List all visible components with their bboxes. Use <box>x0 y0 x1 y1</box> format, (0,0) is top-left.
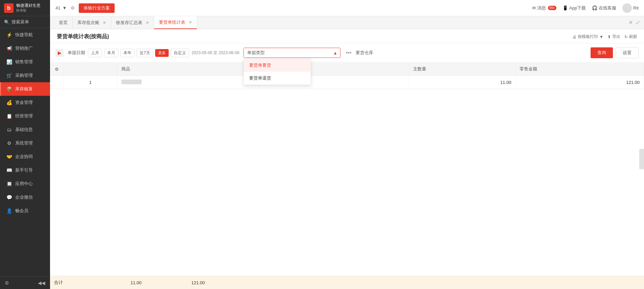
sidebar-item-finance[interactable]: 💰 资金管理 <box>0 96 50 109</box>
sidebar-item-system[interactable]: ⚙ 系统管理 <box>0 136 50 150</box>
main-area: 41 ▼ ⚙ 体验行业方案 ✉ 消息 99+ 📱 App下载 🎧 在线客服 R <box>50 0 644 289</box>
industry-btn[interactable]: 体验行业方案 <box>79 3 115 13</box>
type-filter-input[interactable] <box>268 49 330 57</box>
user-name: Rit <box>633 5 639 10</box>
type-filter-group: 单据类型 ▲ 要货单要货 要货单退货 <box>243 48 340 58</box>
sidebar-settings-icon[interactable]: ⚙ <box>5 280 9 286</box>
dropdown-item-order-return[interactable]: 要货单退货 <box>244 72 311 85</box>
right-scroll-handle[interactable] <box>639 149 644 169</box>
sidebar-footer: ⚙ ◀◀ <box>0 276 50 289</box>
tab-inventory-batch[interactable]: 库存批次账 ✕ <box>73 16 111 29</box>
date-btn-custom[interactable]: 自定义 <box>171 49 189 57</box>
sidebar-item-cooperation[interactable]: 🤝 企业协同 <box>0 150 50 163</box>
system-icon: ⚙ <box>6 140 13 147</box>
marketing-icon: 📢 <box>6 45 13 52</box>
tab-receipts-summary-close[interactable]: ✕ <box>146 20 149 25</box>
footer-qty: 11.00 <box>130 280 164 285</box>
tab-close-all-icon[interactable]: ✕ <box>628 19 633 26</box>
sidebar-item-purchase[interactable]: 🛒 采购管理 <box>0 69 50 82</box>
goods-name-blurred <box>121 80 142 84</box>
td-amount-1: 121.00 <box>516 76 644 89</box>
data-table: ⚙ 商品 主计量单位 主数量 零售金额 1 块 11.00 <box>50 63 644 89</box>
wechat-icon: 💬 <box>6 194 13 201</box>
sidebar-item-quick-nav[interactable]: ⚡ 快捷导航 <box>0 28 50 42</box>
type-dropdown-arrow[interactable]: ▲ <box>330 49 340 57</box>
page-header-actions: 🖨 按模板打印 ▼ ⬆ 导出 ↻ 刷新 <box>572 34 637 40</box>
tab-restore-icon[interactable]: ⤢ <box>636 19 640 26</box>
table-body: 1 块 11.00 121.00 <box>50 76 644 89</box>
sidebar-item-label: 企业协同 <box>15 154 33 160</box>
sidebar-item-sales[interactable]: 📊 销售管理 <box>0 55 50 69</box>
app-download-btn[interactable]: 📱 App下载 <box>563 5 586 11</box>
export-btn[interactable]: ⬆ 导出 <box>607 34 620 40</box>
guide-icon: 📖 <box>6 167 13 174</box>
sidebar-item-member[interactable]: 👤 畅会员 <box>0 204 50 218</box>
user-avatar-btn[interactable]: Rit <box>622 3 639 13</box>
th-settings[interactable]: ⚙ <box>50 63 64 76</box>
date-btn-more[interactable]: 更多 <box>155 49 169 57</box>
print-label: 按模板打印 <box>578 34 598 40</box>
date-btn-7days[interactable]: 近7天 <box>137 49 153 57</box>
date-btn-this-month[interactable]: 本月 <box>104 49 118 57</box>
date-btn-last-month[interactable]: 上月 <box>88 49 102 57</box>
date-range-display: 2023-05-06 至 2023-06-06 <box>192 50 239 56</box>
messages-label: 消息 <box>537 5 546 11</box>
filter-expand-btn[interactable]: ▶ <box>55 49 64 57</box>
messages-icon: ✉ <box>532 5 536 10</box>
tab-receipts-summary[interactable]: 收发存汇总表 ✕ <box>111 16 154 29</box>
store-selector[interactable]: 41 ▼ <box>55 5 67 10</box>
sidebar-search-label: 搜索菜单 <box>11 19 29 25</box>
sidebar-item-wechat[interactable]: 💬 企业微信 <box>0 191 50 204</box>
td-seq-1: 1 <box>64 76 117 89</box>
tab-order-summary[interactable]: 要货单统计表 ✕ <box>154 16 197 29</box>
sidebar-item-basic[interactable]: 🗂 基础信息 <box>0 123 50 136</box>
tabs-bar: 首页 库存批次账 ✕ 收发存汇总表 ✕ 要货单统计表 ✕ ✕ ⤢ <box>50 16 644 29</box>
sidebar-item-inventory[interactable]: 📦 库存核算 <box>0 82 50 96</box>
sidebar-item-label: 系统管理 <box>15 140 33 146</box>
sidebar-item-operation[interactable]: 📋 经营管理 <box>0 109 50 123</box>
table-header: ⚙ 商品 主计量单位 主数量 零售金额 <box>50 63 644 76</box>
sidebar-item-marketing[interactable]: 📢 营销推广 <box>0 42 50 55</box>
td-goods-1 <box>117 76 259 89</box>
tab-receipts-summary-label: 收发存汇总表 <box>116 20 142 26</box>
sidebar-nav: ⚡ 快捷导航 📢 营销推广 📊 销售管理 🛒 采购管理 📦 库存核算 💰 资金管… <box>0 28 50 276</box>
export-label: 导出 <box>612 34 620 40</box>
dropdown-item-order-goods[interactable]: 要货单要货 <box>244 59 311 72</box>
refresh-btn[interactable]: ↻ 刷新 <box>624 34 637 40</box>
sidebar-collapse-icon[interactable]: ◀◀ <box>38 280 45 286</box>
filter-more-dots[interactable]: ••• <box>346 50 352 56</box>
sidebar-logo: b 畅捷通好生意 标准版 <box>0 0 50 16</box>
refresh-label: 刷新 <box>629 34 637 40</box>
store-chevron-icon: ▼ <box>62 5 67 10</box>
tab-home[interactable]: 首页 <box>54 16 73 29</box>
settings-btn[interactable]: 设置 <box>616 47 639 58</box>
online-service-btn[interactable]: 🎧 在线客服 <box>592 5 616 11</box>
sidebar-item-label: 销售管理 <box>15 59 33 65</box>
th-amount: 零售金额 <box>516 63 644 76</box>
print-btn[interactable]: 🖨 按模板打印 ▼ <box>572 34 603 40</box>
sidebar-item-label: 经营管理 <box>15 113 33 119</box>
td-qty-1: 11.00 <box>409 76 515 89</box>
topbar-right: ✉ 消息 99+ 📱 App下载 🎧 在线客服 Rit <box>532 3 639 13</box>
query-btn[interactable]: 查询 <box>591 47 613 58</box>
app-center-icon: 🔲 <box>6 180 13 187</box>
sidebar-item-guide[interactable]: 📖 新手引导 <box>0 163 50 177</box>
sidebar-item-label: 基础信息 <box>15 127 33 133</box>
sidebar: b 畅捷通好生意 标准版 🔍 搜索菜单 ⚡ 快捷导航 📢 营销推广 📊 销售管理… <box>0 0 50 289</box>
tab-inventory-batch-close[interactable]: ✕ <box>103 20 106 25</box>
date-btn-this-year[interactable]: 本年 <box>120 49 135 57</box>
type-filter-label: 单据类型 <box>244 48 268 58</box>
sidebar-search[interactable]: 🔍 搜索菜单 <box>0 16 50 28</box>
date-quick-btns: 上月 本月 本年 近7天 更多 自定义 <box>88 49 189 57</box>
messages-btn[interactable]: ✉ 消息 99+ <box>532 5 556 11</box>
type-input-group: 单据类型 ▲ <box>243 48 340 58</box>
search-icon: 🔍 <box>4 20 9 25</box>
footer-label: 合计 <box>54 280 63 286</box>
data-table-container: ⚙ 商品 主计量单位 主数量 零售金额 1 块 11.00 <box>50 63 644 89</box>
purchase-icon: 🛒 <box>6 72 13 79</box>
tab-order-summary-close[interactable]: ✕ <box>189 20 192 25</box>
settings-gear-icon[interactable]: ⚙ <box>71 5 75 10</box>
sidebar-item-app-center[interactable]: 🔲 应用中心 <box>0 177 50 191</box>
app-logo-icon: b <box>4 3 14 13</box>
td-settings-1 <box>50 76 64 89</box>
